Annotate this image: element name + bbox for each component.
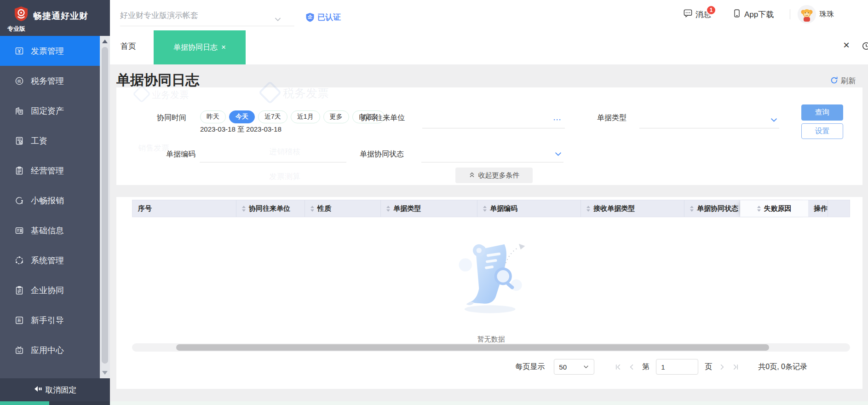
account-selector[interactable]: 好业财专业版演示帐套 bbox=[120, 0, 297, 29]
sidebar-item[interactable]: 固定资产 bbox=[0, 96, 100, 126]
time-filter-pill[interactable]: 近1月 bbox=[291, 110, 320, 123]
search-button[interactable]: 查询 bbox=[801, 104, 843, 121]
filter-panel: 协同时间 昨天 今天 近7天 近1月 更多 自定义 bbox=[116, 87, 862, 185]
sidebar-item-label: 经营管理 bbox=[31, 165, 64, 176]
table-column-header[interactable]: 协同往来单位 bbox=[236, 200, 305, 217]
sort-icons[interactable] bbox=[386, 206, 390, 212]
time-filter-pill[interactable]: 昨天 bbox=[200, 110, 226, 123]
per-page-select[interactable]: 50 bbox=[554, 359, 594, 375]
column-label: 操作 bbox=[814, 204, 828, 213]
collapse-filters-button[interactable]: 收起更多条件 bbox=[455, 168, 533, 183]
refresh-label: 刷新 bbox=[841, 76, 856, 86]
brand-logo-icon bbox=[13, 6, 29, 22]
empty-state: 暂无数据 bbox=[132, 237, 850, 344]
scroll-up-arrow-icon[interactable] bbox=[102, 40, 108, 43]
first-page-button[interactable] bbox=[615, 363, 622, 370]
doc-code-filter-label: 单据编码 bbox=[166, 150, 195, 159]
sidebar-item-label: 税务管理 bbox=[31, 75, 64, 87]
sidebar-item-label: 企业协同 bbox=[31, 285, 64, 296]
tab-close-icon[interactable]: × bbox=[221, 43, 226, 52]
refresh-icon bbox=[830, 76, 838, 86]
table-column-header[interactable]: 操作 bbox=[808, 200, 828, 217]
next-page-button[interactable] bbox=[719, 363, 726, 370]
salary-icon bbox=[14, 136, 24, 146]
doc-code-input[interactable] bbox=[200, 148, 346, 162]
tab-home[interactable]: 首页 bbox=[121, 29, 136, 64]
sort-icons[interactable] bbox=[242, 206, 246, 212]
sidebar-scrollbar[interactable] bbox=[100, 36, 110, 378]
time-filter-pill[interactable]: 更多 bbox=[323, 110, 349, 123]
app-download-label: App下载 bbox=[744, 9, 774, 20]
sidebar-item[interactable]: 系统管理 bbox=[0, 245, 100, 275]
column-label: 单据编码 bbox=[490, 204, 517, 213]
chevron-down-icon bbox=[273, 15, 282, 26]
sort-icons[interactable] bbox=[483, 206, 487, 212]
table-column-header[interactable]: 序号 bbox=[132, 200, 236, 217]
brand-edition: 专业版 bbox=[7, 25, 25, 33]
close-tabs-icon[interactable]: × bbox=[843, 40, 850, 51]
prev-page-button[interactable] bbox=[628, 363, 636, 370]
sidebar-item[interactable]: 小畅报销 bbox=[0, 185, 100, 215]
table-column-header[interactable]: 单据类型 bbox=[381, 200, 477, 217]
more-options-button[interactable]: ⋯ bbox=[553, 115, 562, 125]
tab-bar: 首页 单据协同日志 × × bbox=[110, 29, 868, 64]
sidebar-item-label: 固定资产 bbox=[31, 105, 64, 116]
sidebar-scrollbar-thumb[interactable] bbox=[102, 47, 108, 364]
sidebar-item-label: 小畅报销 bbox=[31, 195, 64, 206]
page-number-input[interactable] bbox=[656, 359, 698, 375]
certified-shield-icon: 企 bbox=[305, 12, 315, 23]
doc-type-select[interactable] bbox=[639, 114, 779, 128]
time-filter-pills: 昨天 今天 近7天 近1月 更多 自定义 bbox=[200, 110, 385, 123]
certified-badge: 企 已认证 bbox=[305, 12, 341, 23]
app-center-icon bbox=[14, 345, 24, 355]
status-select[interactable] bbox=[421, 148, 563, 162]
unpin-sidebar-button[interactable]: 取消固定 bbox=[0, 378, 110, 401]
tab-doc-collab-log[interactable]: 单据协同日志 × bbox=[154, 30, 246, 64]
sidebar-item[interactable]: 基础信息 bbox=[0, 215, 100, 245]
sidebar-item[interactable]: 税 税务管理 bbox=[0, 66, 100, 96]
sidebar-item-label: 新手引导 bbox=[31, 315, 64, 326]
refresh-button[interactable]: 刷新 bbox=[830, 76, 856, 86]
column-label: 协同往来单位 bbox=[249, 204, 290, 213]
user-avatar[interactable] bbox=[798, 5, 816, 23]
page-title: 单据协同日志 bbox=[116, 71, 199, 90]
unpin-label: 取消固定 bbox=[46, 385, 77, 395]
sort-icons[interactable] bbox=[586, 206, 590, 212]
time-filter-pill[interactable]: 近7天 bbox=[258, 110, 287, 123]
sidebar-item[interactable]: 企业协同 bbox=[0, 275, 100, 305]
scroll-down-arrow-icon[interactable] bbox=[102, 371, 108, 375]
sort-icons[interactable] bbox=[690, 206, 694, 212]
date-range-value[interactable]: 2023-03-18 至 2023-03-18 bbox=[200, 125, 282, 134]
last-page-button[interactable] bbox=[732, 363, 740, 370]
table-column-header[interactable]: 单据协同状态 bbox=[684, 200, 740, 217]
records-summary: 共0页, 0条记录 bbox=[758, 362, 807, 372]
app-download-button[interactable]: App下载 bbox=[732, 0, 774, 29]
sidebar-item[interactable]: 应用中心 bbox=[0, 335, 100, 365]
messages-button[interactable]: 消息 1 bbox=[683, 0, 711, 29]
settings-button[interactable]: 设置 bbox=[801, 123, 843, 139]
time-filter-pill[interactable]: 今天 bbox=[229, 110, 255, 123]
horizontal-scrollbar[interactable] bbox=[132, 343, 850, 352]
partner-input[interactable]: ⋯ bbox=[422, 114, 565, 128]
table-panel: 序号 协同往来单位 性质 bbox=[116, 197, 862, 389]
sidebar-item[interactable]: 新 新手引导 bbox=[0, 305, 100, 335]
per-page-label: 每页显示 bbox=[515, 362, 545, 372]
notification-badge: 1 bbox=[706, 5, 716, 15]
doc-type-filter-label: 单据类型 bbox=[597, 113, 627, 123]
column-label: 性质 bbox=[317, 204, 331, 213]
sidebar-item[interactable]: 工资 bbox=[0, 126, 100, 156]
sidebar-item[interactable]: 经营管理 bbox=[0, 156, 100, 185]
table-column-header[interactable]: 单据编码 bbox=[477, 200, 581, 217]
tab-overflow-icon[interactable] bbox=[862, 41, 868, 52]
table-column-header[interactable]: 接收单据类型 bbox=[581, 200, 684, 217]
sidebar-item-label: 基础信息 bbox=[31, 225, 64, 236]
horizontal-scrollbar-thumb[interactable] bbox=[176, 344, 769, 351]
sidebar-item[interactable]: 发票管理 bbox=[0, 36, 100, 66]
username[interactable]: 珠珠 bbox=[819, 0, 834, 29]
table-column-header[interactable]: 性质 bbox=[305, 200, 381, 217]
table-column-header[interactable]: 失败原因 bbox=[740, 200, 808, 217]
time-filter-label: 协同时间 bbox=[157, 113, 186, 123]
sort-icons[interactable] bbox=[310, 206, 314, 212]
expense-icon bbox=[14, 196, 24, 206]
sort-icons[interactable] bbox=[757, 206, 761, 212]
